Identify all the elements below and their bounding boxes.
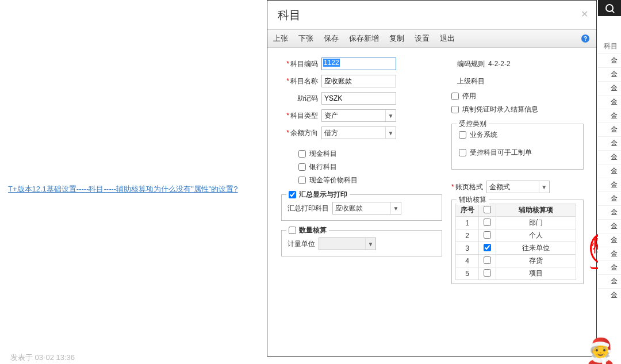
strip-cell: 金 <box>598 274 621 288</box>
subject-dialog: 科目 ✕ 上张 下张 保存 保存新增 复制 设置 退出 ? *科目编码 1122… <box>267 0 597 357</box>
chevron-down-icon: ▼ <box>539 181 549 193</box>
dialog-body: *科目编码 1122 *科目名称 助记码 *科目类型 资产▼ *余额方向 借方▼… <box>267 48 596 66</box>
aux-col-item: 辅助核算项 <box>496 204 576 217</box>
aux-item: 项目 <box>496 267 576 280</box>
cash-subject-label: 现金科目 <box>309 149 337 159</box>
rule-label: 编码规则 <box>451 59 485 69</box>
code-label: 科目编码 <box>290 60 318 68</box>
summary-select[interactable]: 应收账款▼ <box>332 202 401 214</box>
quantity-group: 数量核算 计量单位 ▼ <box>281 230 442 256</box>
strip-cell: 金 <box>598 95 621 109</box>
aux-seq: 5 <box>456 267 479 280</box>
strip-cell: 金 <box>598 233 621 247</box>
table-row[interactable]: 1部门 <box>456 217 576 229</box>
chevron-down-icon: ▼ <box>365 238 375 250</box>
dir-select[interactable]: 借方▼ <box>321 127 396 139</box>
strip-cell: 金 <box>598 247 621 260</box>
mnemonic-label: 助记码 <box>281 94 318 104</box>
tb-copy[interactable]: 复制 <box>389 33 404 44</box>
biz-system-checkbox[interactable] <box>459 131 466 139</box>
form-right: 编码规则4-2-2-2 上级科目 停用 填制凭证时录入结算信息 受控类别 业务系… <box>451 57 584 284</box>
toolbar: 上张 下张 保存 保存新增 复制 设置 退出 ? <box>267 29 596 48</box>
tb-settings[interactable]: 设置 <box>415 33 430 44</box>
strip-cell: 金 <box>598 164 621 178</box>
aux-row-checkbox[interactable] <box>484 256 491 264</box>
page-format-select[interactable]: 金额式▼ <box>486 181 550 193</box>
code-input[interactable]: 1122 <box>321 58 396 70</box>
voucher-checkbox[interactable] <box>451 106 459 113</box>
close-icon[interactable]: ✕ <box>581 9 588 20</box>
aux-col-seq: 序号 <box>456 204 479 217</box>
cash-subject-checkbox[interactable] <box>298 150 306 158</box>
search-icon[interactable] <box>605 4 614 12</box>
controlled-legend: 受控类别 <box>457 119 489 129</box>
dialog-title-text: 科目 <box>278 9 301 21</box>
dir-label: 余额方向 <box>290 129 318 137</box>
strip-cell: 金 <box>598 109 621 122</box>
tb-save[interactable]: 保存 <box>324 33 339 44</box>
aux-seq: 1 <box>456 217 479 229</box>
bank-subject-checkbox[interactable] <box>298 163 306 171</box>
controlled-group: 受控类别 业务系统 受控科目可手工制单 <box>451 124 584 170</box>
manual-voucher-checkbox[interactable] <box>459 149 466 156</box>
aux-seq: 3 <box>456 242 479 255</box>
name-label: 科目名称 <box>290 77 318 85</box>
aux-item: 存货 <box>496 255 576 267</box>
strip-top <box>598 0 621 16</box>
page-format-label: 账页格式 <box>455 182 483 192</box>
table-row[interactable]: 3往来单位 <box>456 242 576 255</box>
question-link[interactable]: T+版本12.1基础设置-----科目-----辅助核算项为什么没有"属性"的设… <box>8 184 238 194</box>
help-icon[interactable]: ? <box>581 35 589 43</box>
rule-value: 4-2-2-2 <box>488 60 511 68</box>
strip-cell: 金 <box>598 205 621 219</box>
aux-item: 部门 <box>496 217 576 229</box>
type-select[interactable]: 资产▼ <box>321 109 396 122</box>
strip-cell: 金 <box>598 260 621 274</box>
table-row[interactable]: 2个人 <box>456 229 576 242</box>
tb-save-new[interactable]: 保存新增 <box>349 33 379 44</box>
aux-all-checkbox[interactable] <box>484 206 491 213</box>
table-row[interactable]: 4存货 <box>456 255 576 267</box>
aux-row-checkbox[interactable] <box>484 231 491 239</box>
mascot-icon[interactable]: 🧑‍🎄 <box>585 339 616 364</box>
form-left: *科目编码 1122 *科目名称 助记码 *科目类型 资产▼ *余额方向 借方▼… <box>281 57 442 256</box>
mnemonic-input[interactable] <box>321 92 396 105</box>
summary-label: 汇总打印科目 <box>288 204 329 213</box>
tb-exit[interactable]: 退出 <box>440 33 455 44</box>
quantity-toggle[interactable] <box>289 227 296 234</box>
strip-header: 科目 <box>598 39 621 53</box>
aux-group: 辅助核算 序号 辅助核算项 1部门2个人3往来单位4存货5项目 <box>451 200 584 284</box>
quantity-legend: 数量核算 <box>299 226 327 234</box>
table-row[interactable]: 5项目 <box>456 267 576 280</box>
disable-checkbox[interactable] <box>451 93 459 100</box>
voucher-label: 填制凭证时录入结算信息 <box>462 105 538 114</box>
strip-cell: 金 <box>598 288 621 302</box>
summary-legend: 汇总显示与打印 <box>299 190 347 198</box>
aux-seq: 2 <box>456 229 479 242</box>
summary-group: 汇总显示与打印 汇总打印科目 应收账款▼ <box>281 194 442 221</box>
summary-toggle[interactable] <box>289 191 296 198</box>
strip-cell: 金 <box>598 122 621 136</box>
strip-cell: 金 <box>598 136 621 150</box>
dialog-title: 科目 ✕ <box>267 1 596 29</box>
strip-cell: 金 <box>598 81 621 95</box>
manual-voucher-label: 受控科目可手工制单 <box>470 148 532 158</box>
cash-equiv-checkbox[interactable] <box>298 177 306 184</box>
aux-row-checkbox[interactable] <box>484 269 491 277</box>
left-panel: T+版本12.1基础设置-----科目-----辅助核算项为什么没有"属性"的设… <box>8 0 261 364</box>
strip-cell: 金 <box>598 53 621 67</box>
unit-label: 计量单位 <box>288 239 315 249</box>
tb-prev[interactable]: 上张 <box>273 33 288 44</box>
name-input[interactable] <box>321 75 396 87</box>
chevron-down-icon: ▼ <box>390 202 401 214</box>
aux-item: 往来单位 <box>496 242 576 255</box>
aux-row-checkbox[interactable] <box>484 219 491 226</box>
strip-cell: 金 <box>598 178 621 191</box>
aux-row-checkbox[interactable] <box>484 244 491 251</box>
aux-table: 序号 辅助核算项 1部门2个人3往来单位4存货5项目 <box>455 204 576 280</box>
chevron-down-icon: ▼ <box>385 110 396 121</box>
unit-select[interactable]: ▼ <box>319 237 376 250</box>
tb-next[interactable]: 下张 <box>298 33 313 44</box>
strip-cell: 金 <box>598 219 621 233</box>
strip-cell: 金 <box>598 191 621 205</box>
